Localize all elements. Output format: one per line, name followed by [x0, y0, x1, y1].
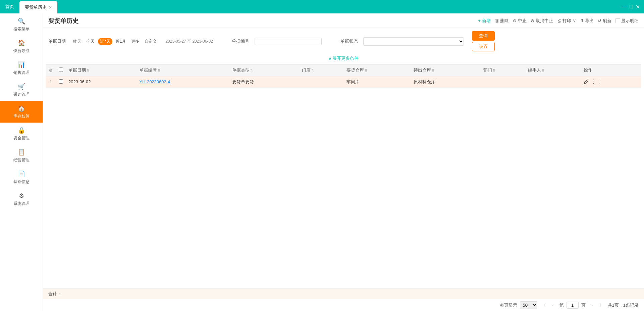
row-gear: 1 [46, 76, 56, 88]
display-cell-checkbox[interactable] [615, 18, 620, 23]
tab-home-label: 首页 [5, 4, 14, 10]
table-wrapper: ⚙ 单据日期⇅ 单据编号⇅ 单据类型⇅ [43, 64, 644, 288]
sidebar-item-system[interactable]: ⚙ 系统管理 [0, 188, 43, 210]
date-btn-1month[interactable]: 近1月 [114, 38, 128, 45]
close-icon[interactable]: ✕ [636, 4, 640, 10]
col-handler: 经手人⇅ [525, 64, 581, 76]
filter-row-1: 单据日期 昨天 今天 近7天 近1月 更多 自定义 2023-05-27 至 2… [48, 31, 639, 51]
display-cell-label: 显示明细 [621, 18, 639, 24]
row-edit-icon[interactable]: 🖊 [584, 79, 589, 85]
date-filter-label: 单据日期 [48, 38, 66, 44]
select-all-checkbox[interactable] [59, 68, 63, 72]
sidebar-item-purchase[interactable]: 🛒 采购管理 [0, 79, 43, 101]
sidebar-item-search[interactable]: 🔍 搜索菜单 [0, 13, 43, 35]
row-handler [525, 76, 581, 88]
main-table: ⚙ 单据日期⇅ 单据编号⇅ 单据类型⇅ [46, 64, 641, 88]
sidebar-item-sales[interactable]: 📊 销售管理 [0, 57, 43, 79]
sidebar-item-system-label: 系统管理 [13, 201, 30, 207]
date-btn-more[interactable]: 更多 [129, 38, 141, 45]
doc-no-input[interactable] [255, 38, 322, 45]
expand-more-button[interactable]: ∨ 展开更多条件 [328, 55, 359, 61]
minimize-icon[interactable]: — [622, 4, 627, 10]
refresh-button[interactable]: ↺ 刷新 [598, 18, 611, 24]
col-op: 操作 [581, 64, 641, 76]
finance-icon: 🔒 [18, 127, 25, 134]
query-button[interactable]: 查询 [472, 31, 495, 41]
col-store: 门店⇅ [299, 64, 344, 76]
display-cell-toggle[interactable]: 显示明细 [615, 18, 639, 24]
row-type: 要货单要货 [229, 76, 299, 88]
new-label: + 新增 [478, 18, 490, 24]
pagination-bar: 每页显示 10 20 50 100 《 ＜ 第 页 ＞ 》 共1页，1条记录 [43, 299, 644, 311]
tab-home[interactable]: 首页 [0, 0, 19, 13]
total-label: 合计： [48, 291, 61, 297]
next-page-button[interactable]: ＞ [588, 302, 595, 309]
expand-more-row: ∨ 展开更多条件 [48, 54, 639, 64]
sidebar-item-basic[interactable]: 📄 基础信息 [0, 166, 43, 188]
col-gear: ⚙ [46, 64, 56, 76]
table-header-row: ⚙ 单据日期⇅ 单据编号⇅ 单据类型⇅ [46, 64, 641, 76]
sales-icon: 📊 [18, 61, 25, 69]
sidebar-item-inventory-label: 库存核算 [13, 114, 30, 119]
stop-button[interactable]: ⊘ 中止 [513, 18, 527, 24]
action-buttons: 查询 设置 [472, 31, 495, 51]
doc-no-filter-label: 单据编号 [232, 38, 249, 44]
row-select-checkbox[interactable] [59, 79, 63, 84]
sidebar-item-quicknav[interactable]: 🏠 快捷导航 [0, 35, 43, 57]
per-page-select[interactable]: 10 20 50 100 [520, 301, 537, 309]
sidebar-item-sales-label: 销售管理 [13, 70, 30, 76]
print-label: 🖨 打印 ∨ [557, 18, 576, 24]
col-docno: 单据编号⇅ [137, 64, 229, 76]
export-label: ⇑ 导出 [580, 18, 594, 24]
prev-page-button[interactable]: ＜ [550, 302, 557, 309]
date-filter-buttons: 昨天 今天 近7天 近1月 更多 自定义 [71, 38, 159, 45]
tab-yaohuodan-label: 要货单历史 [25, 4, 47, 10]
sidebar-item-inventory[interactable]: 🏠 库存核算 [0, 101, 43, 123]
delete-label: 🗑 删除 [495, 18, 509, 24]
sidebar-item-finance[interactable]: 🔒 资金管理 [0, 123, 43, 144]
cancel-stop-button[interactable]: ⊘ 取消中止 [531, 18, 553, 24]
last-page-button[interactable]: 》 [598, 302, 605, 309]
purchase-icon: 🛒 [18, 83, 25, 90]
tab-yaohuodan[interactable]: 要货单历史 ✕ [19, 1, 57, 13]
per-page-label: 每页显示 [500, 302, 517, 308]
row-date: 2023-06-02 [66, 76, 137, 88]
expand-more-label: 展开更多条件 [332, 55, 359, 61]
delete-button[interactable]: 🗑 删除 [495, 18, 509, 24]
date-btn-yesterday[interactable]: 昨天 [71, 38, 83, 45]
inventory-icon: 🏠 [18, 105, 25, 112]
col-req-wh: 要货仓库⇅ [344, 64, 411, 76]
new-button[interactable]: + 新增 [478, 18, 490, 24]
date-range-display: 2023-05-27 至 2023-06-02 [165, 39, 213, 44]
tab-bar: 首页 要货单历史 ✕ [0, 0, 57, 13]
operations-icon: 📋 [18, 148, 25, 156]
row-req-wh: 车间库 [344, 76, 411, 88]
sidebar-item-operations[interactable]: 📋 经营管理 [0, 144, 43, 166]
page-suffix: 页 [581, 302, 586, 308]
row-docno: YH-20230602-4 [137, 76, 229, 88]
status-select[interactable]: 草稿 已审核 已中止 [364, 38, 464, 45]
row-checkbox [56, 76, 66, 88]
date-btn-custom[interactable]: 自定义 [143, 38, 159, 45]
date-btn-7days[interactable]: 近7天 [98, 38, 112, 45]
stop-label: ⊘ 中止 [513, 18, 527, 24]
maximize-icon[interactable]: □ [630, 4, 633, 10]
expand-more-icon: ∨ [328, 56, 332, 61]
row-more-icon[interactable]: ⋮⋮ [591, 79, 602, 85]
col-checkbox [56, 64, 66, 76]
doc-link[interactable]: YH-20230602-4 [140, 79, 170, 84]
row-dept [481, 76, 525, 88]
export-button[interactable]: ⇑ 导出 [580, 18, 594, 24]
first-page-button[interactable]: 《 [540, 302, 547, 309]
sidebar-item-purchase-label: 采购管理 [13, 92, 30, 97]
total-info: 共1页，1条记录 [608, 302, 639, 308]
print-button[interactable]: 🖨 打印 ∨ [557, 18, 576, 24]
tab-close-icon[interactable]: ✕ [49, 5, 52, 10]
date-btn-today[interactable]: 今天 [85, 38, 97, 45]
page-number-input[interactable] [567, 302, 579, 309]
filter-area: 单据日期 昨天 今天 近7天 近1月 更多 自定义 2023-05-27 至 2… [43, 28, 644, 64]
toolbar: + 新增 🗑 删除 ⊘ 中止 ⊘ 取消中止 🖨 打印 ∨ ⇑ 导出 [478, 18, 639, 24]
settings-button[interactable]: 设置 [472, 42, 495, 51]
sidebar-item-quicknav-label: 快捷导航 [13, 48, 30, 54]
sidebar-item-search-label: 搜索菜单 [13, 26, 30, 32]
